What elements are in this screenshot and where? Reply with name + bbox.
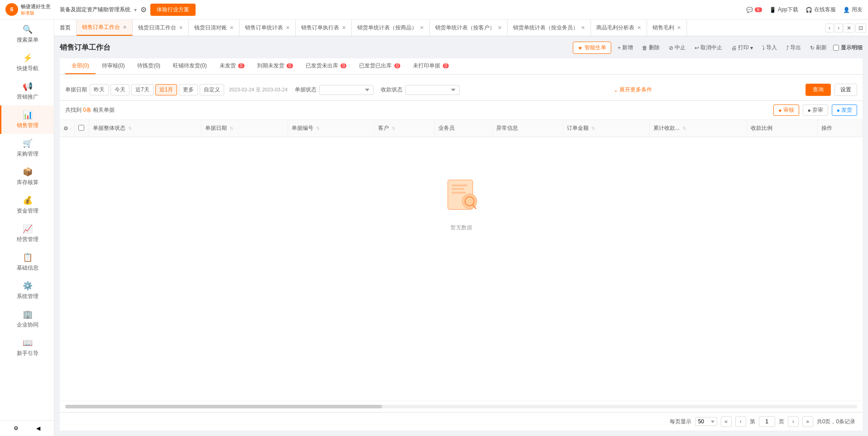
sub-tab-shipped-not-out[interactable]: 已发货未出库 0 xyxy=(299,58,353,74)
tab-close-cash-account[interactable]: ✕ xyxy=(230,25,234,31)
prev-page-button[interactable]: ‹ xyxy=(735,416,746,427)
user-area[interactable]: 👤 用友 xyxy=(843,6,863,14)
cancel-stop-button[interactable]: ↩ 取消中止 xyxy=(692,42,725,53)
sub-tab-all[interactable]: 全部(0) xyxy=(65,58,96,74)
user-icon: 👤 xyxy=(843,7,850,13)
select-all-checkbox[interactable] xyxy=(78,125,84,131)
tab-sales-profit[interactable]: 销售毛利 ✕ xyxy=(647,20,687,36)
empty-text: 暂无数据 xyxy=(451,224,472,232)
trial-button[interactable]: 体验行业方案 xyxy=(150,4,196,16)
smart-gen-button[interactable]: ★ 智能生单 xyxy=(573,42,611,54)
date-custom-btn[interactable]: 自定义 xyxy=(200,84,224,95)
tab-close-sales-profit[interactable]: ✕ xyxy=(677,25,681,31)
online-service-button[interactable]: 🎧 在线客服 xyxy=(806,6,836,14)
sidebar-item-sales[interactable]: 📊 销售管理 xyxy=(0,105,54,134)
sidebar-item-guide[interactable]: 📖 新手引导 xyxy=(0,333,54,362)
sub-tab-wangpu[interactable]: 旺铺待发货(0) xyxy=(167,58,213,74)
tab-sales-by-staff[interactable]: 销货单统计表（按业务员） ✕ xyxy=(508,20,591,36)
settings-button[interactable]: 设置 xyxy=(834,84,857,96)
delete-button[interactable]: 🗑 删除 xyxy=(639,42,662,53)
tab-home[interactable]: 首页 xyxy=(54,20,77,36)
logo-area: 6 畅捷通好生意 标准版 xyxy=(5,3,60,16)
message-button[interactable]: 💬 6 xyxy=(746,7,762,13)
tab-expand-button[interactable]: ⊡ xyxy=(855,24,866,33)
tab-cash-daily[interactable]: 钱货日清工作台 ✕ xyxy=(133,20,189,36)
tab-close-sales-by-customer[interactable]: ✕ xyxy=(498,25,502,31)
app-download-button[interactable]: 📱 App下载 xyxy=(769,6,798,14)
refresh-button[interactable]: ↻ 刷新 xyxy=(807,42,830,53)
sidebar-item-finance[interactable]: 💰 资金管理 xyxy=(0,191,54,219)
tab-sales-stats[interactable]: 销售订单统计表 ✕ xyxy=(240,20,296,36)
tab-prev-button[interactable]: ‹ xyxy=(825,24,834,33)
sidebar-item-quick[interactable]: ⚡ 快捷导航 xyxy=(0,48,54,77)
status-select[interactable] xyxy=(319,85,374,95)
sub-tab-pending-inspect[interactable]: 待拣货(0) xyxy=(131,58,167,74)
sidebar-item-inventory[interactable]: 📦 库存核算 xyxy=(0,162,54,191)
tab-close-all-button[interactable]: ✕ xyxy=(844,24,854,33)
sort-status-icon: ⇅ xyxy=(128,126,132,131)
horizontal-scrollbar[interactable] xyxy=(65,405,857,408)
date-1month-btn[interactable]: 近1月 xyxy=(155,84,177,95)
sub-tab-shipped-out[interactable]: 已发货已出库 0 xyxy=(353,58,407,74)
sidebar-item-marketing[interactable]: 📢 营销推广 xyxy=(0,77,54,105)
print-button[interactable]: 🖨 打印 ▾ xyxy=(729,42,756,53)
column-settings-icon[interactable]: ⚙ xyxy=(63,125,68,132)
overdue-badge: 0 xyxy=(287,63,293,68)
tab-close-sales-stats[interactable]: ✕ xyxy=(286,25,290,31)
collapse-icon[interactable]: ◀ xyxy=(36,425,40,431)
sidebar-item-operation[interactable]: 📈 经营管理 xyxy=(0,219,54,248)
tab-close-cash-daily[interactable]: ✕ xyxy=(179,25,183,31)
date-more-btn[interactable]: 更多 xyxy=(179,84,198,95)
tab-cash-account[interactable]: 钱货日清对账 ✕ xyxy=(189,20,240,36)
sidebar-item-enterprise[interactable]: 🏢 企业协同 xyxy=(0,305,54,333)
col-amount: 订单金额 ⇅ xyxy=(563,120,650,137)
add-button[interactable]: + 新增 xyxy=(615,42,636,53)
print-icon: 🖨 xyxy=(731,45,737,51)
page-number-input[interactable] xyxy=(759,416,775,427)
tab-close-sales-by-staff[interactable]: ✕ xyxy=(581,25,585,31)
tab-close-sales-workbench[interactable]: ✕ xyxy=(123,24,127,30)
sidebar-item-basic[interactable]: 📋 基础信息 xyxy=(0,248,54,276)
show-detail-checkbox[interactable] xyxy=(833,45,839,51)
payment-select[interactable] xyxy=(405,85,460,95)
expand-filter-button[interactable]: ⌄ 展开更多条件 xyxy=(614,86,652,94)
export-button[interactable]: ⤴ 导出 xyxy=(783,42,804,53)
search-button[interactable]: 查询 xyxy=(806,84,831,96)
tab-close-sales-exec[interactable]: ✕ xyxy=(342,25,346,31)
sidebar-item-purchase[interactable]: 🛒 采购管理 xyxy=(0,134,54,162)
date-7days-btn[interactable]: 近7天 xyxy=(131,84,153,95)
page-size-label: 每页显示 xyxy=(670,418,691,426)
ship-button[interactable]: ● 发货 xyxy=(832,104,857,116)
tab-sales-by-customer[interactable]: 销货单统计表（按客户） ✕ xyxy=(430,20,508,36)
sidebar-item-system[interactable]: ⚙️ 系统管理 xyxy=(0,276,54,305)
sub-tab-overdue[interactable]: 到期未发货 0 xyxy=(251,58,299,74)
tab-sales-exec[interactable]: 销售订单执行表 ✕ xyxy=(296,20,352,36)
import-button[interactable]: ⤵ 导入 xyxy=(759,42,780,53)
review-button[interactable]: ● 审核 xyxy=(773,104,799,116)
show-detail-label[interactable]: 显示明细 xyxy=(833,44,863,52)
scrollbar-thumb[interactable] xyxy=(65,405,382,408)
col-number: 单据编号 ⇅ xyxy=(288,120,374,137)
date-today-btn[interactable]: 今天 xyxy=(110,84,129,95)
gear-button[interactable]: ⚙ xyxy=(140,5,147,14)
system-dropdown-icon[interactable]: ▾ xyxy=(134,7,137,13)
tab-sales-by-product[interactable]: 销货单统计表（按商品） ✕ xyxy=(352,20,430,36)
tab-close-sales-by-product[interactable]: ✕ xyxy=(420,25,424,31)
settings-icon[interactable]: ⚙ xyxy=(14,425,19,431)
next-page-button[interactable]: › xyxy=(788,416,799,427)
last-page-button[interactable]: » xyxy=(802,416,813,427)
page-size-select[interactable]: 50 20 100 xyxy=(695,417,717,426)
sidebar-item-search[interactable]: 🔍 搜索菜单 xyxy=(0,20,54,48)
first-page-button[interactable]: « xyxy=(721,416,732,427)
sub-tab-pending-review[interactable]: 待审核(0) xyxy=(96,58,131,74)
col-collected: 累计收款... ⇅ xyxy=(649,120,747,137)
tab-gross-profit[interactable]: 商品毛利分析表 ✕ xyxy=(591,20,647,36)
sub-tab-not-printed[interactable]: 未打印单据 0 xyxy=(407,58,455,74)
date-yesterday-btn[interactable]: 昨天 xyxy=(90,84,109,95)
tab-sales-workbench[interactable]: 销售订单工作台 ✕ xyxy=(77,20,133,36)
sub-tab-not-shipped[interactable]: 未发货 0 xyxy=(213,58,251,74)
tab-close-gross-profit[interactable]: ✕ xyxy=(637,25,641,31)
stop-button[interactable]: ⊘ 中止 xyxy=(666,42,688,53)
tab-next-button[interactable]: › xyxy=(834,24,843,33)
abandon-review-button[interactable]: ● 弃审 xyxy=(803,104,828,116)
